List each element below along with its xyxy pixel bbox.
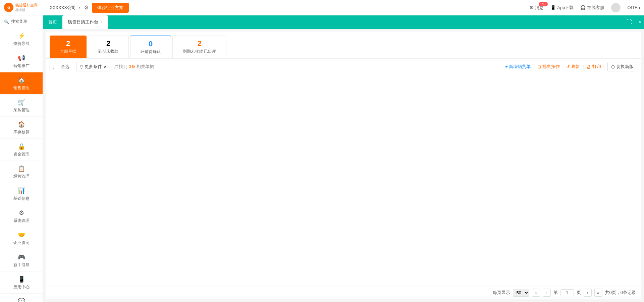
page-size-label: 每页显示 [493, 290, 510, 296]
first-page-button[interactable]: « [532, 289, 540, 297]
messages-item[interactable]: ✉ 消息 99+ [530, 5, 544, 11]
marketing-icon: 📢 [18, 54, 25, 62]
overdue-shipped-label: 到期未收款 已出库 [183, 49, 216, 54]
add-sales-button[interactable]: + 新增销货单 [505, 64, 531, 70]
online-service-item[interactable]: 🎧 在线客服 [580, 5, 604, 11]
switch-version-button[interactable]: ⬡ 切换新版 [607, 62, 637, 71]
sidebar-item-wechat[interactable]: 💬 企业微信 [0, 294, 43, 302]
avatar[interactable] [611, 3, 621, 12]
app-download-item[interactable]: 📱 App下载 [550, 5, 574, 11]
trial-button[interactable]: 体验行业方案 [92, 3, 129, 13]
sidebar-item-operations[interactable]: 📋 经营管理 [0, 161, 43, 183]
quick-nav-label: 快捷导航 [13, 41, 30, 47]
system-label: 系统管理 [13, 218, 30, 224]
last-page-button[interactable]: » [594, 289, 602, 297]
close-all-icon[interactable]: × [638, 19, 641, 25]
page-number-input[interactable] [560, 289, 574, 296]
tab-home[interactable]: 首页 [43, 15, 62, 29]
settings-button[interactable]: ⚙ [84, 4, 89, 11]
purchase-icon: 🛒 [18, 99, 25, 106]
app-download-icon: 📱 [550, 5, 556, 10]
header-right: ✉ 消息 99+ 📱 App下载 🎧 在线客服 OfTEn [530, 3, 640, 12]
page-size-select[interactable]: 50 [513, 289, 529, 297]
overdue-shipped-count: 2 [198, 39, 202, 48]
sidebar-item-system[interactable]: ⚙ 系统管理 [0, 205, 43, 227]
active-tab-label: 钱货日清工作台 [68, 19, 98, 25]
page-suffix: 页 [577, 290, 581, 296]
logo-badge: 标准版 [15, 8, 38, 12]
inventory-label: 库存核算 [13, 129, 30, 135]
batch-operations-button[interactable]: ⊞ 批量操作 [537, 64, 560, 70]
refresh-button[interactable]: ↺ 刷新 [566, 64, 580, 70]
result-text: 共找到 0条 相关单据 [114, 64, 154, 70]
company-selector[interactable]: XXXXXX公司 ▼ [50, 5, 81, 11]
app-download-label: App下载 [557, 5, 574, 11]
enterprise-label: 企业协同 [13, 240, 30, 246]
search-icon: 🔍 [4, 19, 9, 24]
next-page-button[interactable]: › [584, 289, 592, 297]
result-suffix: 相关单据 [137, 64, 154, 69]
tab-active[interactable]: 钱货日清工作台 × [62, 15, 108, 29]
enterprise-icon: 🤝 [18, 231, 25, 239]
app-center-label: 应用中心 [13, 284, 30, 290]
company-dropdown-arrow: ▼ [78, 6, 81, 9]
guide-label: 新手引导 [13, 262, 30, 268]
nav-tabs-bar: 首页 钱货日清工作台 × ⛶ × [43, 15, 644, 29]
wechat-icon: 💬 [18, 298, 25, 302]
basic-info-icon: 📊 [18, 187, 25, 194]
toolbar: 全选 ▽ 更多条件 ∨ 共找到 0条 相关单据 + 新增销货单 | ⊞ 批量操作… [46, 59, 641, 75]
filter-button[interactable]: ▽ 更多条件 ∨ [76, 62, 110, 71]
print-icon: 🖨 [587, 64, 591, 69]
sidebar: 🔍 搜索菜单 ⚡ 快捷导航 📢 营销推广 🏠 销售管理 🛒 采购管理 🏠 库存核… [0, 15, 43, 302]
marketing-label: 营销推广 [13, 63, 30, 69]
sidebar-item-purchase[interactable]: 🛒 采购管理 [0, 95, 43, 117]
prev-page-button[interactable]: ‹ [543, 289, 551, 297]
overdue-label: 到期未收款 [98, 49, 118, 54]
stats-tabs: 2 全部单据 2 到期未收款 0 旺铺待确认 2 到期未收款 已出库 [46, 32, 641, 59]
print-button[interactable]: 🖨 打印 [587, 64, 601, 70]
sidebar-item-finance[interactable]: 🔒 资金管理 [0, 139, 43, 161]
username-label: OfTEn [627, 5, 640, 10]
pagination: 每页显示 50 « ‹ 第 页 › » 共0页，0条记录 [46, 286, 641, 299]
total-records-label: 共0页，0条记录 [605, 290, 636, 296]
switch-label: 切换新版 [616, 64, 634, 70]
sales-label: 销售管理 [13, 85, 30, 91]
content-area [46, 75, 641, 286]
expand-icon[interactable]: ⛶ [627, 19, 632, 25]
pending-count: 0 [149, 40, 153, 48]
logo-icon: 6 [4, 3, 13, 12]
sidebar-item-enterprise[interactable]: 🤝 企业协同 [0, 227, 43, 249]
batch-label: 批量操作 [542, 64, 560, 70]
sidebar-item-guide[interactable]: 🎮 新手引导 [0, 249, 43, 271]
sidebar-item-basic-info[interactable]: 📊 基础信息 [0, 183, 43, 205]
stats-tab-pending[interactable]: 0 旺铺待确认 [130, 36, 171, 58]
sidebar-search[interactable]: 🔍 搜索菜单 [0, 15, 43, 28]
close-tab-icon[interactable]: × [100, 20, 103, 24]
main-content: 2 全部单据 2 到期未收款 0 旺铺待确认 2 到期未收款 已出库 全选 ▽ … [43, 29, 644, 302]
sidebar-item-inventory[interactable]: 🏠 库存核算 [0, 117, 43, 139]
select-all-label[interactable]: 全选 [58, 62, 72, 71]
all-count: 2 [66, 39, 70, 48]
sidebar-item-quick-nav[interactable]: ⚡ 快捷导航 [0, 28, 43, 50]
select-all-checkbox[interactable] [50, 65, 54, 69]
logo-text: 畅捷通好生意 [15, 3, 38, 7]
guide-icon: 🎮 [18, 253, 25, 261]
inventory-icon: 🏠 [18, 121, 25, 128]
filter-icon: ▽ [80, 64, 83, 69]
sidebar-item-marketing[interactable]: 📢 营销推广 [0, 50, 43, 72]
stats-tab-all[interactable]: 2 全部单据 [50, 36, 87, 58]
message-icon: ✉ [530, 5, 534, 10]
batch-icon: ⊞ [537, 64, 541, 69]
overdue-count: 2 [106, 39, 110, 48]
operations-icon: 📋 [18, 165, 25, 172]
stats-tab-overdue[interactable]: 2 到期未收款 [88, 36, 129, 58]
system-icon: ⚙ [19, 209, 24, 217]
sales-icon: 🏠 [18, 76, 25, 84]
refresh-label: 刷新 [571, 64, 580, 70]
sidebar-item-app-center[interactable]: 📱 应用中心 [0, 271, 43, 294]
finance-icon: 🔒 [18, 143, 25, 150]
sidebar-item-sales[interactable]: 🏠 销售管理 [0, 72, 43, 95]
stats-tab-overdue-shipped[interactable]: 2 到期未收款 已出库 [172, 36, 226, 58]
basic-info-label: 基础信息 [13, 196, 30, 201]
page-label: 第 [553, 290, 558, 296]
